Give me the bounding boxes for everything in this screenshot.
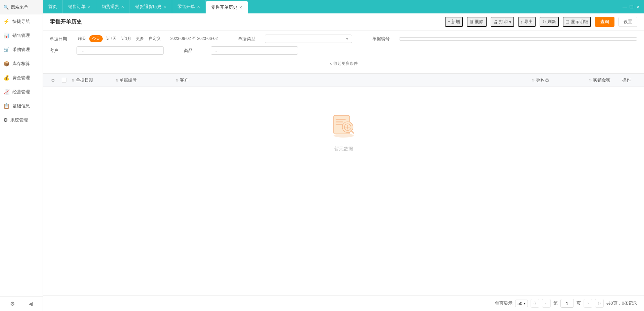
per-page-dropdown-icon: ▾ bbox=[524, 302, 526, 305]
export-button[interactable]: ↑ 导出 bbox=[518, 17, 536, 27]
tab-label-retail-history: 零售开单历史 bbox=[211, 4, 237, 10]
sidebar-item-finance[interactable]: 💰资金管理 bbox=[0, 71, 43, 85]
tab-sales-order[interactable]: 销售订单✕ bbox=[63, 0, 96, 13]
page-title: 零售开单历史 bbox=[50, 18, 82, 25]
goods-input[interactable]: … bbox=[211, 46, 298, 55]
delete-button[interactable]: 🗑 删除 bbox=[467, 17, 487, 27]
sidebar-icon-inventory: 📦 bbox=[3, 61, 10, 67]
svg-rect-3 bbox=[336, 121, 343, 122]
collapse-button[interactable]: ∧ 收起更多条件 bbox=[325, 59, 362, 68]
svg-rect-2 bbox=[336, 119, 346, 120]
date-btn-last_month[interactable]: 近1月 bbox=[120, 35, 133, 42]
sidebar-icon-finance: 💰 bbox=[3, 75, 10, 81]
th-client-sort-icon[interactable]: ⇅ bbox=[176, 79, 179, 82]
tab-sales-return-history[interactable]: 销货退货历史✕ bbox=[130, 0, 172, 13]
tab-close-sales-return[interactable]: ✕ bbox=[121, 5, 124, 9]
prev-page-button[interactable]: ＜ bbox=[542, 299, 551, 308]
settings-button[interactable]: 设置 bbox=[618, 17, 637, 27]
th-date: ⇅ 单据日期 bbox=[69, 77, 113, 83]
date-btn-today[interactable]: 今天 bbox=[89, 35, 103, 42]
collapse-sidebar-icon[interactable]: ◀ bbox=[29, 301, 33, 307]
doc-no-input[interactable] bbox=[399, 37, 637, 41]
th-amount-sort-icon[interactable]: ⇅ bbox=[589, 79, 592, 82]
goods-dots: … bbox=[214, 48, 219, 53]
th-guide: ⇅ 导购员 bbox=[529, 77, 573, 83]
th-guide-label: 导购员 bbox=[536, 77, 549, 83]
svg-line-7 bbox=[351, 131, 354, 133]
sidebar-item-purchase-mgmt[interactable]: 🛒采购管理 bbox=[0, 43, 43, 57]
settings-bottom-icon[interactable]: ⚙ bbox=[10, 301, 15, 307]
main-area: 首页销售订单✕销货退货✕销货退货历史✕零售开单✕零售开单历史✕ — ❐ ✕ 零售… bbox=[43, 0, 644, 311]
sidebar-item-sales-mgmt[interactable]: 📊销售管理 bbox=[0, 29, 43, 43]
minimize-button[interactable]: — bbox=[623, 4, 627, 9]
sidebar-item-base-info[interactable]: 📋基础信息 bbox=[0, 99, 43, 113]
th-amount: ⇅ 实销金额 bbox=[573, 77, 613, 83]
date-btn-yesterday[interactable]: 昨天 bbox=[77, 35, 87, 42]
window-controls: — ❐ ✕ bbox=[623, 4, 644, 9]
sidebar-label-operations: 经营管理 bbox=[12, 89, 30, 95]
doc-type-select[interactable]: ▾ bbox=[265, 35, 352, 43]
tab-close-retail-history[interactable]: ✕ bbox=[239, 5, 242, 10]
sidebar-item-inventory[interactable]: 📦库存核算 bbox=[0, 57, 43, 71]
th-no: ⇅ 单据编号 bbox=[113, 77, 173, 83]
per-page-label: 每页显示 bbox=[495, 300, 512, 306]
tab-retail-history[interactable]: 零售开单历史✕ bbox=[206, 1, 248, 13]
print-dropdown-icon: ▾ bbox=[509, 19, 511, 24]
client-filter-label: 客户 bbox=[50, 48, 70, 54]
goods-filter-label: 商品 bbox=[184, 48, 204, 54]
last-page-button[interactable]: ⟩⟩ bbox=[595, 299, 604, 308]
table-header: ⚙ ⇅ 单据日期 ⇅ 单据编号 ⇅ 客户 ⇅ 导购员 bbox=[43, 73, 644, 87]
per-page-value: 50 bbox=[517, 301, 522, 306]
column-settings-icon[interactable]: ⚙ bbox=[47, 78, 59, 83]
sidebar-icon-purchase-mgmt: 🛒 bbox=[3, 47, 10, 53]
checkbox-icon: ☐ bbox=[565, 19, 569, 24]
close-button[interactable]: ✕ bbox=[636, 4, 640, 9]
th-no-sort-icon[interactable]: ⇅ bbox=[115, 79, 118, 82]
export-icon: ↑ bbox=[521, 19, 523, 24]
empty-state: 暂无数据 bbox=[43, 87, 644, 172]
date-btn-more[interactable]: 更多 bbox=[135, 35, 145, 42]
tab-close-retail-open[interactable]: ✕ bbox=[197, 5, 200, 9]
tab-home[interactable]: 首页 bbox=[43, 0, 63, 13]
th-client: ⇅ 客户 bbox=[173, 77, 529, 83]
display-detail-button[interactable]: ☐ 显示明细 bbox=[563, 17, 591, 27]
select-all-checkbox[interactable] bbox=[59, 78, 69, 83]
sidebar-search-label: 搜索采单 bbox=[11, 4, 28, 10]
next-page-button[interactable]: ＞ bbox=[584, 299, 592, 308]
sidebar-bottom: ⚙ ◀ bbox=[0, 296, 43, 311]
tab-close-sales-return-history[interactable]: ✕ bbox=[163, 5, 166, 9]
restore-button[interactable]: ❐ bbox=[630, 4, 634, 9]
tab-bar: 首页销售订单✕销货退货✕销货退货历史✕零售开单✕零售开单历史✕ — ❐ ✕ bbox=[43, 0, 644, 13]
date-range-display: 2023-06-02 至 2023-06-02 bbox=[170, 36, 217, 42]
print-button[interactable]: 🖨 打印 ▾ bbox=[491, 17, 514, 27]
th-guide-sort-icon[interactable]: ⇅ bbox=[532, 79, 535, 82]
page-label: 第 bbox=[553, 300, 558, 306]
page-input[interactable] bbox=[560, 299, 574, 308]
sidebar-label-sys-mgmt: 系统管理 bbox=[10, 117, 28, 123]
date-filter-buttons: 昨天今天近7天近1月更多自定义 bbox=[77, 35, 162, 42]
sidebar-label-quick-nav: 快捷导航 bbox=[12, 18, 30, 24]
collapse-label: 收起更多条件 bbox=[334, 61, 358, 66]
query-button[interactable]: 查询 bbox=[595, 17, 614, 27]
tab-sales-return[interactable]: 销货退货✕ bbox=[96, 0, 130, 13]
print-label: 打印 bbox=[499, 19, 508, 25]
tab-retail-open[interactable]: 零售开单✕ bbox=[172, 0, 206, 13]
page-suffix: 页 bbox=[577, 300, 581, 306]
add-button[interactable]: + 新增 bbox=[445, 17, 463, 27]
first-page-button[interactable]: ⟨⟨ bbox=[531, 299, 539, 308]
tab-close-sales-order[interactable]: ✕ bbox=[88, 5, 91, 9]
doc-no-label: 单据编号 bbox=[372, 36, 392, 42]
date-btn-last7[interactable]: 近7天 bbox=[105, 35, 118, 42]
print-icon: 🖨 bbox=[493, 19, 498, 24]
date-btn-custom[interactable]: 自定义 bbox=[147, 35, 162, 42]
th-date-sort-icon[interactable]: ⇅ bbox=[72, 79, 75, 82]
filter-row-2: 客户 … 商品 … bbox=[50, 46, 637, 55]
client-input[interactable]: … bbox=[77, 46, 164, 55]
sidebar-item-operations[interactable]: 📈经营管理 bbox=[0, 85, 43, 99]
sidebar-item-quick-nav[interactable]: ⚡快捷导航 bbox=[0, 14, 43, 29]
sidebar-item-sys-mgmt[interactable]: ⚙系统管理 bbox=[0, 113, 43, 127]
per-page-select[interactable]: 50 ▾ bbox=[515, 300, 528, 307]
sidebar-search[interactable]: 🔍 搜索采单 bbox=[0, 0, 43, 14]
refresh-button[interactable]: ↻ 刷新 bbox=[540, 17, 559, 27]
sidebar-icon-quick-nav: ⚡ bbox=[3, 18, 10, 24]
